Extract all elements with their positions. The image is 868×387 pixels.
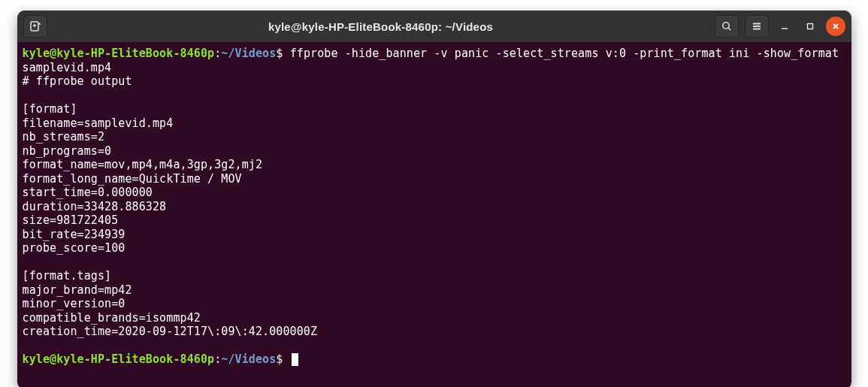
prompt-colon: : [214,352,221,366]
prompt-dollar: $ [276,47,289,60]
search-button[interactable] [715,15,739,38]
prompt-user: kyle@kyle-HP-EliteBook-8460p [23,47,215,60]
prompt-dollar: $ [276,352,289,366]
prompt-path: ~/Videos [221,47,276,60]
new-tab-button[interactable] [23,15,47,38]
command-output: # ffprobe output [format] filename=sampl… [23,74,846,339]
prompt-path: ~/Videos [221,352,276,366]
close-button[interactable] [826,17,845,36]
minimize-button[interactable] [775,17,794,36]
terminal-body[interactable]: kyle@kyle-HP-EliteBook-8460p:~/Videos$ f… [17,42,851,387]
cursor-icon [292,353,298,366]
hamburger-menu-button[interactable] [745,15,769,38]
window-title: kyle@kyle-HP-EliteBook-8460p: ~/Videos [52,20,710,33]
terminal-window: kyle@kyle-HP-EliteBook-8460p: ~/Videos [17,11,851,387]
svg-point-1 [722,23,728,29]
prompt-user: kyle@kyle-HP-EliteBook-8460p [23,352,215,366]
prompt-colon: : [214,47,221,60]
maximize-button[interactable] [800,17,820,36]
svg-rect-2 [807,24,812,29]
titlebar: kyle@kyle-HP-EliteBook-8460p: ~/Videos [17,11,851,42]
